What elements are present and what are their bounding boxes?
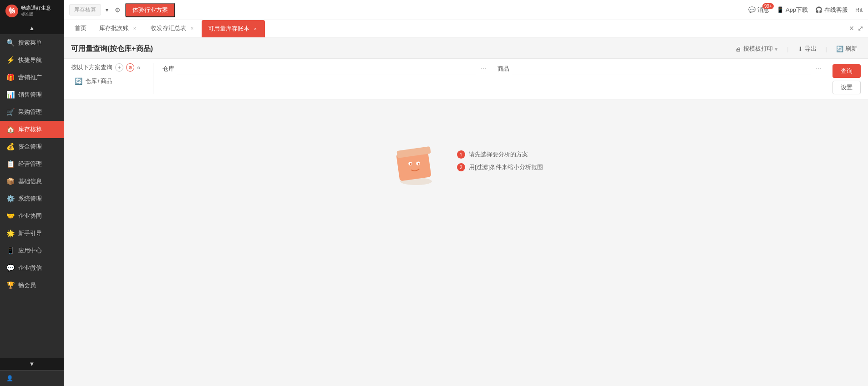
filter-area: 按以下方案查询 + ⚙ « 🔄 仓库+商品 仓库 ··· 商品: [64, 59, 868, 99]
sidebar-item-sales[interactable]: 📊 销售管理: [0, 86, 64, 103]
empty-tip-1: 1 请先选择要分析的方案: [457, 150, 543, 159]
phone-icon: 📱: [777, 6, 784, 13]
empty-state: 1 请先选择要分析的方案 2 用[过滤]条件来缩小分析范围: [64, 99, 868, 227]
sidebar-logo: 畅 畅康通好生意 标准版: [0, 0, 64, 22]
sidebar-item-inventory[interactable]: 🏠 库存核算: [0, 121, 64, 138]
export-label: 导出: [805, 45, 817, 53]
sidebar-item-finance[interactable]: 💰 资金管理: [0, 138, 64, 155]
sidebar-item-enterprise[interactable]: 🤝 企业协同: [0, 207, 64, 225]
finance-icon: 💰: [6, 143, 15, 151]
empty-svg-icon: [389, 136, 443, 190]
tab-batch-close[interactable]: ×: [132, 25, 138, 31]
sidebar-item-label: 系统管理: [18, 195, 42, 203]
tab-expand-icon[interactable]: ⤢: [858, 24, 863, 33]
breadcrumb-dropdown[interactable]: ▾: [106, 7, 108, 13]
tab-batch[interactable]: 库存批次账 ×: [93, 20, 144, 37]
headset-icon: 🎧: [815, 6, 822, 13]
logo-subtitle: 标准版: [21, 11, 51, 17]
message-btn[interactable]: 💬 消息 99+: [748, 6, 769, 14]
enterprise-icon: 🤝: [6, 212, 15, 220]
filter-schemes: 按以下方案查询 + ⚙ « 🔄 仓库+商品: [71, 63, 144, 87]
user-label: Rit: [855, 6, 863, 13]
sidebar-item-marketing[interactable]: 🎁 营销推广: [0, 69, 64, 86]
page-title: 可用量查询(按仓库+商品): [71, 44, 153, 54]
sidebar-nav: 🔍 搜索菜单 ⚡ 快捷导航 🎁 营销推广 📊 销售管理 🛒 采购管理 🏠 库存核…: [0, 34, 64, 358]
wechat-icon: 💬: [6, 264, 15, 272]
print-btn[interactable]: 🖨 按模板打印 ▾: [732, 43, 782, 55]
top-bar-right: 💬 消息 99+ 📱 App下载 🎧 在线客服 Rit: [748, 6, 863, 14]
sidebar-item-member[interactable]: 🏆 畅会员: [0, 277, 64, 294]
scroll-down-btn[interactable]: ▼: [0, 358, 64, 370]
sidebar-item-basic[interactable]: 📦 基础信息: [0, 173, 64, 190]
tip-number-1: 1: [457, 150, 465, 159]
print-label: 按模板打印: [743, 45, 773, 53]
scheme-settings-btn[interactable]: ⚙: [126, 63, 134, 72]
tab-close-icon[interactable]: ×: [849, 24, 854, 33]
sidebar-item-label: 营销推广: [18, 73, 42, 82]
empty-text: 1 请先选择要分析的方案 2 用[过滤]条件来缩小分析范围: [457, 150, 543, 176]
sidebar-item-system[interactable]: ⚙️ 系统管理: [0, 190, 64, 207]
tab-summary-close[interactable]: ×: [189, 25, 195, 31]
tab-batch-label: 库存批次账: [99, 24, 129, 32]
sidebar-item-purchase[interactable]: 🛒 采购管理: [0, 103, 64, 121]
empty-illustration: [389, 136, 443, 190]
refresh-label: 刷新: [845, 45, 857, 53]
filter-separator: [153, 63, 153, 94]
tab-bar-right: × ⤢: [849, 24, 863, 33]
export-btn[interactable]: ⬇ 导出: [794, 43, 820, 55]
gear-icon[interactable]: ⚙: [115, 6, 121, 14]
filter-actions: 查询 设置: [832, 63, 861, 94]
product-more-btn[interactable]: ···: [814, 65, 823, 73]
sidebar-item-label: 快捷导航: [18, 56, 42, 64]
tab-bar: 首页 库存批次账 × 收发存汇总表 × 可用量库存账本 × × ⤢: [64, 20, 868, 37]
settings-button[interactable]: 设置: [832, 81, 861, 94]
sidebar-item-search[interactable]: 🔍 搜索菜单: [0, 34, 64, 51]
tab-available-close[interactable]: ×: [252, 26, 259, 32]
warehouse-input[interactable]: [177, 63, 476, 74]
app-download-btn[interactable]: 📱 App下载: [777, 6, 808, 14]
print-icon: 🖨: [736, 46, 741, 52]
sidebar-item-wechat[interactable]: 💬 企业微信: [0, 259, 64, 277]
sidebar-item-label: 库存核算: [18, 125, 42, 134]
filter-scheme-item[interactable]: 🔄 仓库+商品: [71, 75, 144, 87]
query-button[interactable]: 查询: [832, 64, 861, 78]
scroll-up-btn[interactable]: ▲: [0, 22, 64, 34]
industry-btn[interactable]: 体验行业方案: [125, 3, 175, 17]
main-area: 库存核算 ▾ ⚙ 体验行业方案 💬 消息 99+ 📱 App下载 🎧 在线客服 …: [64, 0, 868, 386]
appstore-icon: 📱: [6, 247, 15, 255]
basic-icon: 📦: [6, 177, 15, 185]
tab-summary[interactable]: 收发存汇总表 ×: [144, 20, 202, 37]
sidebar-item-label: 企业协同: [18, 212, 42, 220]
sidebar-item-label: 搜索菜单: [18, 39, 42, 47]
member-icon: 🏆: [6, 281, 15, 289]
sidebar-item-label: 采购管理: [18, 108, 42, 116]
add-scheme-btn[interactable]: +: [115, 63, 123, 72]
user-info[interactable]: Rit: [855, 6, 863, 13]
sidebar-item-newbie[interactable]: 🌟 新手引导: [0, 225, 64, 242]
sidebar-item-label: 应用中心: [18, 247, 42, 255]
warehouse-more-btn[interactable]: ···: [479, 65, 488, 73]
operation-icon: 📋: [6, 160, 15, 168]
content-area: 可用量查询(按仓库+商品) 🖨 按模板打印 ▾ | ⬇ 导出 | 🔄 刷新: [64, 37, 868, 386]
filter-scheme-header: 按以下方案查询 + ⚙ «: [71, 63, 144, 72]
sidebar-item-label: 企业微信: [18, 264, 42, 272]
sidebar-item-label: 新手引导: [18, 229, 42, 237]
online-service-label: 在线客服: [824, 6, 848, 14]
tab-home[interactable]: 首页: [68, 20, 93, 37]
sidebar-scroll-up[interactable]: ▲: [0, 22, 64, 34]
refresh-btn[interactable]: 🔄 刷新: [832, 43, 861, 55]
print-dropdown-icon[interactable]: ▾: [775, 46, 778, 52]
sidebar-item-label: 畅会员: [18, 281, 36, 289]
sidebar-item-operation[interactable]: 📋 经营管理: [0, 155, 64, 173]
marketing-icon: 🎁: [6, 73, 15, 82]
tab-available[interactable]: 可用量库存账本 ×: [202, 20, 265, 37]
sidebar-item-appstore[interactable]: 📱 应用中心: [0, 242, 64, 259]
breadcrumb: 库存核算: [69, 4, 101, 15]
product-input[interactable]: [512, 63, 811, 74]
sidebar-user[interactable]: 👤: [0, 370, 64, 386]
sidebar-item-shortcut[interactable]: ⚡ 快捷导航: [0, 51, 64, 69]
empty-state-inner: 1 请先选择要分析的方案 2 用[过滤]条件来缩小分析范围: [389, 136, 543, 190]
collapse-btn[interactable]: «: [137, 64, 141, 71]
divider: |: [787, 46, 788, 52]
online-service-btn[interactable]: 🎧 在线客服: [815, 6, 848, 14]
